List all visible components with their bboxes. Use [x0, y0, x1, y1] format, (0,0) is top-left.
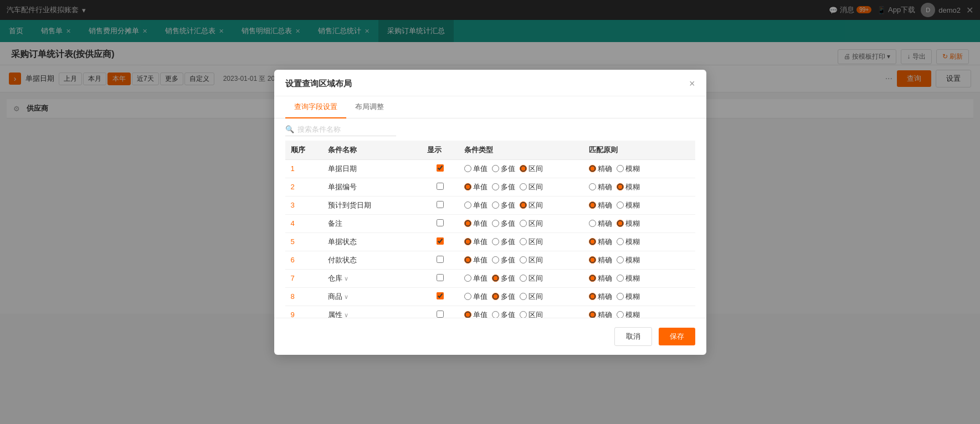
type-radio-single[interactable]: 单值 — [464, 164, 488, 174]
row-type: 单值多值区间 — [459, 269, 583, 287]
table-row: 7仓库 ∨单值多值区间精确模糊 — [285, 269, 695, 287]
type-radio-multi[interactable]: 多值 — [492, 182, 515, 192]
row-display — [422, 306, 459, 314]
type-radio-range[interactable]: 区间 — [520, 200, 543, 210]
row-type: 单值多值区间 — [459, 196, 583, 214]
type-radio-single[interactable]: 单值 — [464, 219, 488, 229]
type-radio-single[interactable]: 单值 — [464, 310, 488, 314]
match-radio-fuzzy[interactable]: 模糊 — [617, 310, 640, 314]
tab-layout[interactable]: 布局调整 — [346, 96, 393, 118]
row-order: 8 — [285, 287, 322, 306]
table-row: 5单据状态单值多值区间精确模糊 — [285, 232, 695, 251]
row-name: 付款状态 — [322, 251, 422, 269]
search-icon: 🔍 — [285, 125, 294, 133]
type-radio-single[interactable]: 单值 — [464, 182, 488, 192]
type-radio-range[interactable]: 区间 — [520, 310, 543, 314]
display-checkbox[interactable] — [437, 201, 444, 208]
match-radio-fuzzy[interactable]: 模糊 — [617, 182, 640, 192]
row-type: 单值多值区间 — [459, 232, 583, 251]
display-checkbox[interactable] — [437, 311, 444, 314]
type-radio-multi[interactable]: 多值 — [492, 255, 515, 265]
dialog: 设置查询区域布局 × 查询字段设置 布局调整 🔍 顺序 条件名称 — [274, 70, 706, 314]
type-radio-range[interactable]: 区间 — [520, 219, 543, 229]
type-radio-multi[interactable]: 多值 — [492, 292, 515, 302]
row-order: 5 — [285, 232, 322, 251]
match-radio-exact[interactable]: 精确 — [589, 200, 612, 210]
th-order: 顺序 — [285, 141, 322, 160]
dialog-header: 设置查询区域布局 × — [274, 70, 706, 96]
display-checkbox[interactable] — [437, 164, 444, 172]
match-radio-exact[interactable]: 精确 — [589, 219, 612, 229]
row-match: 精确模糊 — [583, 159, 695, 178]
search-box: 🔍 — [285, 125, 396, 136]
type-radio-range[interactable]: 区间 — [520, 273, 543, 283]
display-checkbox[interactable] — [437, 256, 444, 263]
dialog-close-btn[interactable]: × — [689, 79, 695, 89]
display-checkbox[interactable] — [437, 237, 444, 245]
match-radio-exact[interactable]: 精确 — [589, 164, 612, 174]
dialog-search: 🔍 — [274, 118, 706, 141]
table-row: 2单据编号单值多值区间精确模糊 — [285, 178, 695, 196]
row-type: 单值多值区间 — [459, 251, 583, 269]
type-radio-range[interactable]: 区间 — [520, 237, 543, 247]
row-match: 精确模糊 — [583, 196, 695, 214]
type-radio-range[interactable]: 区间 — [520, 292, 543, 302]
match-radio-exact[interactable]: 精确 — [589, 273, 612, 283]
row-display — [422, 196, 459, 214]
type-radio-single[interactable]: 单值 — [464, 273, 488, 283]
display-checkbox[interactable] — [437, 274, 444, 281]
match-radio-fuzzy[interactable]: 模糊 — [617, 255, 640, 265]
display-checkbox[interactable] — [437, 219, 444, 226]
tab-query-fields[interactable]: 查询字段设置 — [285, 96, 346, 118]
row-type: 单值多值区间 — [459, 178, 583, 196]
type-radio-multi[interactable]: 多值 — [492, 200, 515, 210]
row-display — [422, 178, 459, 196]
row-match: 精确模糊 — [583, 232, 695, 251]
type-radio-single[interactable]: 单值 — [464, 292, 488, 302]
row-name: 备注 — [322, 214, 422, 232]
type-radio-single[interactable]: 单值 — [464, 200, 488, 210]
type-radio-multi[interactable]: 多值 — [492, 310, 515, 314]
row-match: 精确模糊 — [583, 178, 695, 196]
table-row: 6付款状态单值多值区间精确模糊 — [285, 251, 695, 269]
match-radio-exact[interactable]: 精确 — [589, 310, 612, 314]
type-radio-multi[interactable]: 多值 — [492, 273, 515, 283]
display-checkbox[interactable] — [437, 292, 444, 299]
row-name: 单据编号 — [322, 178, 422, 196]
match-radio-fuzzy[interactable]: 模糊 — [617, 273, 640, 283]
type-radio-multi[interactable]: 多值 — [492, 237, 515, 247]
match-radio-exact[interactable]: 精确 — [589, 292, 612, 302]
row-match: 精确模糊 — [583, 306, 695, 314]
row-order: 9 — [285, 306, 322, 314]
type-radio-range[interactable]: 区间 — [520, 255, 543, 265]
th-display: 显示 — [422, 141, 459, 160]
display-checkbox[interactable] — [437, 183, 444, 190]
type-radio-multi[interactable]: 多值 — [492, 219, 515, 229]
type-radio-single[interactable]: 单值 — [464, 237, 488, 247]
match-radio-fuzzy[interactable]: 模糊 — [617, 200, 640, 210]
match-radio-exact[interactable]: 精确 — [589, 255, 612, 265]
type-radio-single[interactable]: 单值 — [464, 255, 488, 265]
row-name: 商品 ∨ — [322, 287, 422, 306]
match-radio-fuzzy[interactable]: 模糊 — [617, 164, 640, 174]
dialog-table-wrap: 顺序 条件名称 显示 条件类型 匹配原则 1单据日期单值多值区间精确模糊2单据编… — [274, 141, 706, 314]
match-radio-exact[interactable]: 精确 — [589, 182, 612, 192]
match-radio-fuzzy[interactable]: 模糊 — [617, 219, 640, 229]
search-input[interactable] — [297, 125, 386, 133]
row-display — [422, 287, 459, 306]
type-radio-range[interactable]: 区间 — [520, 182, 543, 192]
type-radio-multi[interactable]: 多值 — [492, 164, 515, 174]
row-match: 精确模糊 — [583, 251, 695, 269]
row-name: 属性 ∨ — [322, 306, 422, 314]
match-radio-fuzzy[interactable]: 模糊 — [617, 237, 640, 247]
row-name: 仓库 ∨ — [322, 269, 422, 287]
match-radio-fuzzy[interactable]: 模糊 — [617, 292, 640, 302]
dialog-title: 设置查询区域布局 — [285, 79, 352, 89]
match-radio-exact[interactable]: 精确 — [589, 237, 612, 247]
row-order: 3 — [285, 196, 322, 214]
row-order: 2 — [285, 178, 322, 196]
row-display — [422, 232, 459, 251]
row-display — [422, 214, 459, 232]
row-name: 单据日期 — [322, 159, 422, 178]
type-radio-range[interactable]: 区间 — [520, 164, 543, 174]
